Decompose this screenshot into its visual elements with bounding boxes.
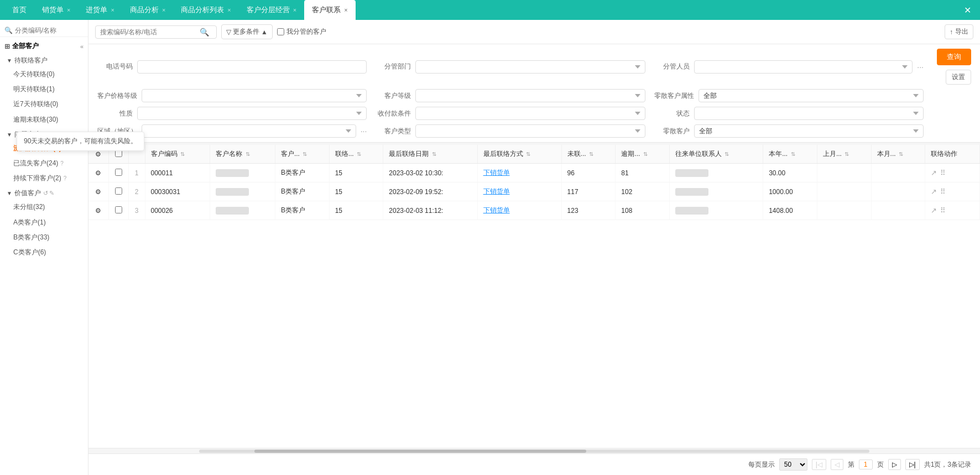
col-last-method[interactable]: 最后联络方式 ⇅ (477, 145, 561, 164)
tab-首页[interactable]: 首页 (4, 0, 34, 20)
export-button[interactable]: ↑ 导出 (945, 24, 973, 39)
row-last-method-2[interactable]: 下销货单 (477, 201, 561, 220)
tab-close-客户分层经营[interactable]: × (293, 7, 296, 13)
table-footer: 每页显示 50 100 |◁ ◁ 第 1 页 ▷ ▷| 共1页，3条记录 (88, 453, 980, 475)
tab-close-商品分析[interactable]: × (162, 7, 165, 13)
col-code[interactable]: 客户编码 ⇅ (145, 145, 210, 164)
tab-进货单[interactable]: 进货单× (78, 0, 122, 20)
nature-select[interactable] (137, 107, 367, 120)
tab-客户联系[interactable]: 客户联系× (304, 0, 355, 20)
action-more-icon-2[interactable]: ⠿ (940, 206, 946, 215)
query-button[interactable]: 查询 (937, 49, 971, 65)
col-this-month[interactable]: 本月... ⇅ (871, 145, 925, 164)
settings-button[interactable]: 设置 (946, 70, 971, 85)
row-checkbox-0[interactable] (115, 169, 122, 176)
sidebar-item-2-2[interactable]: B类客户(33) (0, 230, 88, 245)
tab-商品分析列表[interactable]: 商品分析列表× (173, 0, 238, 20)
my-customer-checkbox-label[interactable]: 我分管的客户 (277, 27, 326, 36)
dept-select[interactable] (415, 60, 645, 74)
sidebar-item-2-0[interactable]: 未分组(32) (0, 200, 88, 215)
refresh-icon-2[interactable]: ↺ (43, 190, 48, 197)
row-method-link-0[interactable]: 下销货单 (483, 169, 510, 176)
horizontal-scrollbar[interactable] (88, 448, 980, 453)
row-check-1[interactable] (108, 182, 128, 201)
window-close-button[interactable]: ✕ (960, 5, 976, 15)
sidebar-item-1-1[interactable]: 已流失客户(24)? (0, 156, 88, 171)
tab-商品分析[interactable]: 商品分析× (122, 0, 173, 20)
region-select[interactable] (142, 124, 356, 138)
sidebar-item-0-0[interactable]: 今天待联络(0) (0, 67, 88, 82)
tab-销货单[interactable]: 销货单× (34, 0, 78, 20)
row-settings-0[interactable]: ⚙ (88, 164, 108, 182)
row-settings-1[interactable]: ⚙ (88, 182, 108, 201)
sidebar-group-0[interactable]: ▼待联络客户 (0, 53, 88, 67)
row-method-link-1[interactable]: 下销货单 (483, 187, 510, 195)
action-link-icon-0[interactable]: ↗ (931, 169, 937, 177)
row-last-method-1[interactable]: 下销货单 (477, 182, 561, 201)
per-page-select[interactable]: 50 100 (779, 458, 807, 471)
nature-label: 性质 (97, 109, 133, 118)
scrollbar-thumb[interactable] (254, 450, 586, 453)
sidebar-search-input[interactable] (15, 27, 84, 34)
price-level-select[interactable] (142, 89, 367, 102)
tab-close-销货单[interactable]: × (67, 7, 70, 13)
tab-close-商品分析列表[interactable]: × (227, 7, 231, 13)
col-type[interactable]: 客户... ⇅ (275, 145, 329, 164)
group-label-0: 待联络客户 (14, 56, 48, 65)
col-unlinkted[interactable]: 未联... ⇅ (561, 145, 616, 164)
col-contact-count[interactable]: 联络... ⇅ (329, 145, 383, 164)
action-more-icon-1[interactable]: ⠿ (940, 187, 946, 196)
sidebar-item-1-2[interactable]: 持续下滑客户(2)? (0, 171, 88, 186)
row-checkbox-2[interactable] (115, 206, 122, 213)
my-customer-checkbox[interactable] (277, 28, 284, 35)
col-overdue[interactable]: 逾期... ⇅ (616, 145, 670, 164)
col-name[interactable]: 客户名称 ⇅ (210, 145, 275, 164)
col-this-year[interactable]: 本年... ⇅ (763, 145, 817, 164)
row-checkbox-1[interactable] (115, 187, 122, 195)
retail-customer-select[interactable]: 全部 (694, 124, 924, 138)
status-select[interactable] (694, 107, 924, 120)
item-info-1-2[interactable]: ? (64, 175, 67, 181)
row-method-link-2[interactable]: 下销货单 (483, 206, 510, 214)
sidebar-group-2[interactable]: ▼价值客户↺✎ (0, 186, 88, 200)
col-last-month[interactable]: 上月... ⇅ (817, 145, 871, 164)
row-last-method-0[interactable]: 下销货单 (477, 164, 561, 182)
edit-icon-2[interactable]: ✎ (49, 190, 54, 197)
action-link-icon-1[interactable]: ↗ (931, 187, 937, 196)
tab-close-客户联系[interactable]: × (344, 7, 347, 13)
customer-type-select[interactable] (415, 124, 645, 138)
sidebar-item-0-3[interactable]: 逾期未联络(30) (0, 112, 88, 127)
action-link-icon-2[interactable]: ↗ (931, 206, 937, 215)
payment-select[interactable] (415, 107, 645, 120)
prev-page-btn[interactable]: ◁ (831, 459, 843, 470)
more-filter-button[interactable]: ▽ 更多条件 ▲ (221, 24, 273, 39)
item-info-1-1[interactable]: ? (60, 160, 64, 166)
sidebar-item-2-1[interactable]: A类客户(1) (0, 215, 88, 230)
table-row: ⚙ 2 00030031 B类客户 15 2023-02-09 19:52: 下… (88, 182, 980, 201)
row-last-date-1: 2023-02-09 19:52: (383, 182, 477, 201)
tab-close-进货单[interactable]: × (111, 7, 114, 13)
last-page-btn[interactable]: ▷| (905, 459, 920, 470)
sidebar-item-0-2[interactable]: 近7天待联络(0) (0, 97, 88, 112)
row-check-0[interactable] (108, 164, 128, 182)
action-more-icon-0[interactable]: ⠿ (940, 169, 946, 177)
search-button[interactable]: 🔍 (200, 28, 209, 36)
phone-input[interactable] (137, 60, 367, 74)
person-select[interactable] (694, 60, 913, 74)
person-dots[interactable]: ··· (917, 62, 924, 71)
row-check-2[interactable] (108, 201, 128, 220)
col-contact-person[interactable]: 往来单位联系人 ⇅ (670, 145, 763, 164)
sidebar-item-0-1[interactable]: 明天待联络(1) (0, 82, 88, 97)
search-input[interactable] (100, 28, 200, 36)
row-settings-2[interactable]: ⚙ (88, 201, 108, 220)
retail-attr-select[interactable]: 全部 (698, 89, 924, 102)
col-last-date[interactable]: 最后联络日期 ⇅ (383, 145, 477, 164)
sidebar-collapse-btn[interactable]: « (80, 43, 84, 50)
next-page-btn[interactable]: ▷ (888, 459, 901, 470)
first-page-btn[interactable]: |◁ (812, 459, 826, 470)
sidebar-item-2-3[interactable]: C类客户(6) (0, 245, 88, 260)
region-dots[interactable]: ··· (361, 127, 367, 135)
sidebar-root-label[interactable]: ⊞ 全部客户 « (0, 39, 88, 53)
customer-level-select[interactable] (415, 89, 645, 102)
tab-客户分层经营[interactable]: 客户分层经营× (239, 0, 304, 20)
